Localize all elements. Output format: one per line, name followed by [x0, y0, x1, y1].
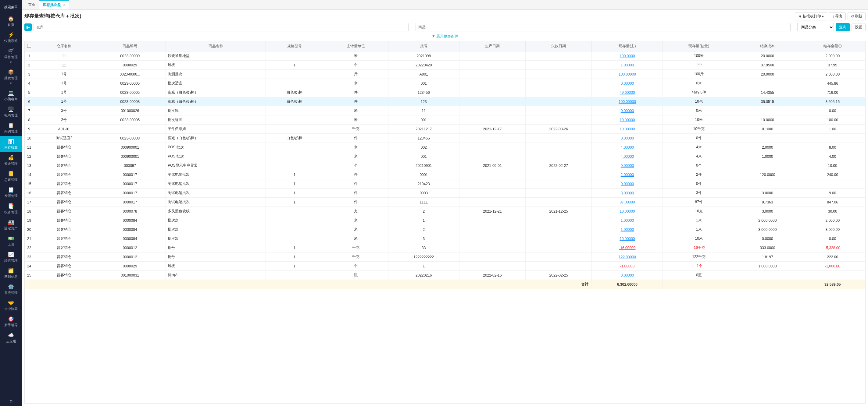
table-row: 22 普客销仓 0000012 批号 1 千克 33 -16.00000 -16…	[25, 243, 865, 252]
row-qty-main[interactable]: 0.00000	[592, 179, 663, 189]
row-qty-main[interactable]: 0.00000	[592, 106, 663, 115]
row-warehouse: 1号	[34, 88, 94, 97]
row-qty-main[interactable]: 87.00000	[592, 198, 663, 207]
row-prod-date: 2021-12-21	[459, 207, 525, 216]
tab-home[interactable]: 首页	[24, 0, 39, 9]
row-qty-main[interactable]: 1.00000	[592, 225, 663, 234]
row-qty-main[interactable]: 10.00000	[592, 115, 663, 125]
expand-more[interactable]: ▼ 展开更多条件	[24, 33, 866, 40]
row-spec: 1	[266, 198, 323, 207]
sidebar-item-purchase[interactable]: 📋 采购管理	[0, 120, 22, 136]
row-qty-main[interactable]: 49.60000	[592, 88, 663, 97]
col-spec: 规格型号	[266, 41, 323, 52]
sidebar-item-label: 固定资产	[4, 226, 18, 231]
settings-panel-button[interactable]: 设置	[851, 23, 866, 31]
sidebar-item-basic[interactable]: 🗂️ 基础信息	[0, 265, 22, 281]
sidebar-logo[interactable]: 搜索菜单	[0, 2, 22, 12]
sidebar-item-fixed-assets[interactable]: 🏭 固定资产	[0, 217, 22, 233]
sidebar-item-system[interactable]: ⚙️ 系统管理	[0, 281, 22, 298]
category-select[interactable]: 商品分类	[797, 23, 834, 31]
row-qty-other: -1个	[663, 262, 735, 271]
refresh-button[interactable]: ↺ 刷新	[847, 12, 866, 21]
sidebar-item-guide[interactable]: 🎯 新手引导	[0, 314, 22, 330]
row-warehouse: 普客销仓	[34, 225, 94, 234]
col-exp-date: 失效日期	[526, 41, 592, 52]
row-qty-main[interactable]: 0.00000	[592, 271, 663, 280]
row-qty-main[interactable]: 100.0000	[592, 52, 663, 61]
sidebar-item-tax[interactable]: 📑 税务管理	[0, 201, 22, 217]
table-row: 18 普客销仓 0000078 多头黑色软线 支 2 2021-12-21 20…	[25, 207, 865, 216]
product-input[interactable]	[415, 23, 790, 31]
row-qty-main[interactable]: 0.00000	[592, 79, 663, 88]
query-button[interactable]: 查询	[836, 23, 850, 31]
sidebar-item-home[interactable]: 🏠 首页	[0, 13, 22, 30]
filter-collapse-button[interactable]: ▶	[24, 24, 32, 31]
row-prod-date	[459, 61, 525, 70]
data-table: 仓库名称 商品编码 商品名称 规格型号 主计量单位 批号 生产日期 失效日期 现…	[25, 41, 865, 289]
tab-close-icon[interactable]: ✕	[63, 3, 66, 7]
row-unit: 米	[323, 115, 388, 125]
sidebar-settings[interactable]: ⚙	[0, 397, 22, 406]
sidebar-item-collab[interactable]: 🤝 企业协同	[0, 298, 22, 314]
sidebar-item-finance[interactable]: 💰 资金管理	[0, 152, 22, 168]
row-exp-date	[526, 52, 592, 61]
sidebar-item-inventory[interactable]: 📊 库存核算	[0, 136, 22, 152]
row-code: 0000084	[94, 225, 166, 234]
row-cost	[735, 271, 800, 280]
table-body: 1 11 0023-00009 软硬通用地垫 米 2021098 100.000…	[25, 52, 865, 280]
sidebar-item-wholesale[interactable]: 📦 批发管理 ▾	[0, 67, 22, 88]
table-row: 16 普客销仓 0000017 测试电笔批次 1 件 0003 3.00000 …	[25, 189, 865, 198]
row-amount: 2,000.00	[800, 216, 865, 225]
row-qty-main[interactable]: 0.00000	[592, 161, 663, 170]
row-amount: 3,000.00	[800, 225, 865, 234]
row-qty-main[interactable]: -1.00000	[592, 262, 663, 271]
sidebar-item-cloud[interactable]: ☁️ 云应用	[0, 330, 22, 346]
row-no: 23	[25, 252, 34, 262]
table-row: 9 A01-01 子件伍票姐 千克 20211217 2021-12-17 20…	[25, 125, 865, 134]
row-qty-main[interactable]: 10.00000	[592, 125, 663, 134]
row-warehouse: 普客销仓	[34, 243, 94, 252]
sidebar-item-ecom[interactable]: 🖥️ 电商管理	[0, 104, 22, 120]
tabs-bar: 首页 库存批次盘 ✕	[22, 0, 868, 10]
print-button[interactable]: 🖨 按模板打印 ▾	[795, 12, 827, 21]
row-cost: 3,000.0000	[735, 225, 800, 234]
row-qty-main[interactable]: 1.00000	[592, 216, 663, 225]
row-qty-main[interactable]: 0.00000	[592, 134, 663, 143]
export-button[interactable]: ↑ 导出	[829, 12, 846, 21]
table-row: 19 普客销仓 0000084 批次次 米 1 1.00000 1米 2,000…	[25, 216, 865, 225]
row-qty-main[interactable]: 3.00000	[592, 189, 663, 198]
tab-inventory-batch[interactable]: 库存批次盘 ✕	[39, 0, 69, 9]
warehouse-input[interactable]	[34, 23, 408, 31]
row-qty-main[interactable]: 4.00000	[592, 143, 663, 152]
row-prod-date	[459, 52, 525, 61]
row-exp-date	[526, 262, 592, 271]
row-qty-main[interactable]: 10.00000	[592, 234, 663, 243]
sidebar-item-invoice[interactable]: 🧾 发票管理	[0, 184, 22, 201]
row-cost: 333.0000	[735, 243, 800, 252]
row-qty-main[interactable]: 100.00000	[592, 97, 663, 106]
row-qty-main[interactable]: -16.00000	[592, 243, 663, 252]
row-qty-main[interactable]: 122.00000	[592, 252, 663, 262]
row-qty-main[interactable]: 1.00000	[592, 61, 663, 70]
sidebar-item-operations[interactable]: 📈 经营管理	[0, 249, 22, 265]
row-code: 0000017	[94, 198, 166, 207]
row-qty-main[interactable]: 10.00000	[592, 207, 663, 216]
row-qty-main[interactable]: 2.00000	[592, 170, 663, 179]
sidebar-item-small-ecom[interactable]: 💻 小脑电商	[0, 88, 22, 104]
sidebar-item-retail[interactable]: 🛒 零售管理 ▾	[0, 46, 22, 67]
row-qty-other: 10米	[663, 115, 735, 125]
sidebar-item-quicknav[interactable]: ⚡ 快捷导航	[0, 30, 22, 46]
select-all-checkbox[interactable]	[27, 44, 31, 48]
sidebar-item-ledger[interactable]: 📒 总账管理	[0, 168, 22, 184]
sidebar-item-salary[interactable]: 💵 工资	[0, 233, 22, 249]
row-batch: 2	[388, 207, 459, 216]
row-amount: 445.86	[800, 79, 865, 88]
row-qty-main[interactable]: 100.00000	[592, 70, 663, 79]
row-qty-main[interactable]: 4.00000	[592, 152, 663, 161]
table-row: 10 测试适宜2 0023-00008 富减（白色/奶棒） 白色/奶棒 件 12…	[25, 134, 865, 143]
row-batch: 11	[388, 106, 459, 115]
row-amount: 30.00	[800, 207, 865, 216]
row-no: 12	[25, 152, 34, 161]
guide-icon: 🎯	[8, 316, 14, 322]
filter-bar: ▶ ... ... 商品分类 查询 设置	[24, 23, 866, 31]
